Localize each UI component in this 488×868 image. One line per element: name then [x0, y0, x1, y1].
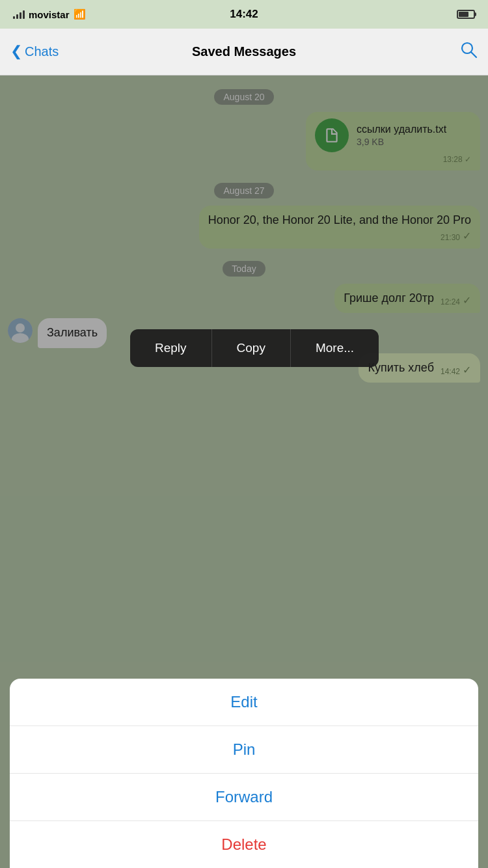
- back-label: Chats: [25, 44, 59, 59]
- chevron-left-icon: ❮: [10, 43, 22, 60]
- bar2: [16, 14, 18, 19]
- battery-fill: [459, 12, 468, 17]
- page-title: Saved Messages: [192, 44, 296, 59]
- signal-bars: [13, 10, 25, 19]
- bar4: [23, 10, 25, 19]
- action-sheet: Edit Pin Forward Delete: [10, 679, 478, 868]
- bar1: [13, 16, 15, 19]
- edit-button[interactable]: Edit: [10, 679, 478, 726]
- more-button[interactable]: More...: [291, 329, 379, 367]
- chat-area: August 20 ссылки удалить.txt 3,9 KB 13:2…: [0, 75, 488, 868]
- status-left: movistar 📶: [13, 8, 86, 20]
- search-icon: [459, 40, 478, 59]
- wifi-icon: 📶: [74, 8, 86, 20]
- bar3: [20, 12, 21, 19]
- back-button[interactable]: ❮ Chats: [10, 44, 59, 60]
- delete-button[interactable]: Delete: [10, 821, 478, 868]
- battery-indicator: [457, 10, 475, 19]
- pin-button[interactable]: Pin: [10, 726, 478, 774]
- forward-button[interactable]: Forward: [10, 774, 478, 821]
- svg-line-1: [472, 53, 477, 58]
- carrier-label: movistar: [29, 9, 70, 20]
- status-bar: movistar 📶 14:42: [0, 0, 488, 29]
- copy-button[interactable]: Copy: [212, 329, 291, 367]
- status-right: [457, 10, 475, 19]
- status-time: 14:42: [230, 8, 258, 21]
- svg-point-0: [462, 43, 472, 53]
- context-toolbar: Reply Copy More...: [130, 329, 379, 367]
- nav-bar: ❮ Chats Saved Messages: [0, 29, 488, 75]
- search-button[interactable]: [459, 40, 478, 63]
- reply-button[interactable]: Reply: [130, 329, 212, 367]
